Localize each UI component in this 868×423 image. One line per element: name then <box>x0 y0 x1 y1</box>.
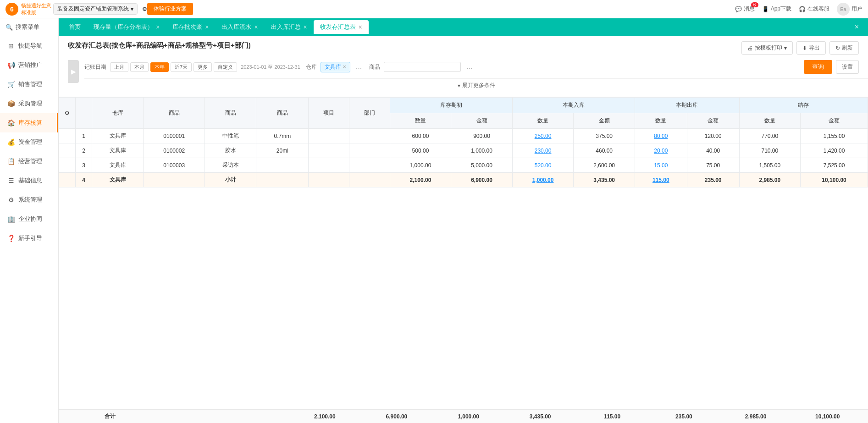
tab-close-receive-summary[interactable]: × <box>359 23 362 31</box>
refresh-icon: ↻ <box>835 45 840 51</box>
row-out-qty-link[interactable]: 80.00 <box>654 133 668 139</box>
row-out-qty-link[interactable]: 15.00 <box>654 162 668 169</box>
row-in-qty-cell: 230.00 <box>512 143 574 158</box>
footer-out-amt: 235.00 <box>648 413 720 420</box>
table-header-in-amt: 金额 <box>574 113 635 129</box>
date-btn-custom[interactable]: 自定义 <box>214 62 237 72</box>
export-button[interactable]: ⬇ 导出 <box>796 41 826 55</box>
date-filter-label: 记账日期 <box>84 63 106 71</box>
corp-icon: 🏢 <box>7 215 15 223</box>
warehouse-filter-label: 仓库 <box>306 63 317 71</box>
date-btn-7days[interactable]: 近7天 <box>171 62 192 72</box>
subtotal-num-cell: 4 <box>76 173 92 187</box>
row-out-qty-cell: 80.00 <box>635 129 687 143</box>
window-close-icon[interactable]: × <box>849 23 864 31</box>
home-icon: ⊞ <box>7 42 15 49</box>
row-in-qty-link[interactable]: 250.00 <box>535 133 552 139</box>
table-row: 1 文具库 0100001 中性笔 0.7mm 600.00 900.00 25… <box>59 129 868 143</box>
setting-button[interactable]: 设置 <box>836 60 859 74</box>
tab-receive-summary[interactable]: 收发存汇总表 × <box>314 20 369 34</box>
row-in-amt-cell: 375.00 <box>574 129 635 143</box>
sidebar-item-marketing[interactable]: 📢 营销推广 <box>0 55 58 75</box>
online-service-action[interactable]: 🎧 在线客服 <box>799 5 829 13</box>
table-header-settings[interactable]: ⚙ <box>59 98 76 129</box>
date-btn-this-year[interactable]: 本年 <box>150 62 169 72</box>
tab-batch[interactable]: 库存批次账 × <box>166 20 215 34</box>
basic-icon: ☰ <box>7 177 15 184</box>
headset-icon: 🎧 <box>799 6 806 12</box>
top-bar-actions: 💬 消息 6 📱 App下载 🎧 在线客服 Ea 用户 <box>735 3 862 16</box>
settings-icon[interactable]: ⚙ <box>142 6 147 12</box>
app-download-action[interactable]: 📱 App下载 <box>762 5 791 13</box>
sidebar-item-search[interactable]: 🔍 搜索菜单 <box>0 18 58 36</box>
row-out-qty-link[interactable]: 20.00 <box>654 148 668 154</box>
goods-more-icon[interactable]: ... <box>464 63 474 71</box>
sidebar-item-inventory[interactable]: 🏠 库存核算 <box>0 113 58 132</box>
tab-home[interactable]: 首页 <box>62 20 87 34</box>
warehouse-more-icon[interactable]: ... <box>354 63 364 71</box>
row-start-amt-cell: 1,000.00 <box>451 143 513 158</box>
sidebar-item-operations[interactable]: 📋 经营管理 <box>0 152 58 171</box>
warehouse-tag[interactable]: 文具库 × <box>321 62 350 72</box>
table-row: 2 文具库 0100002 胶水 20ml 500.00 1,000.00 23… <box>59 143 868 158</box>
tab-inout-flow[interactable]: 出入库流水 × <box>215 20 264 34</box>
refresh-button[interactable]: ↻ 刷新 <box>829 41 859 55</box>
goods-input[interactable] <box>384 62 461 72</box>
row-in-amt-cell: 460.00 <box>574 143 635 158</box>
content-area: 首页 现存量（库存分布表） × 库存批次账 × 出入库流水 × 出入库汇总 × <box>59 18 868 423</box>
data-table: ⚙ 仓库 商品 商品 商品 项目 部门 库存期初 本期入库 本期出库 <box>59 97 868 187</box>
tab-close-inventory-dist[interactable]: × <box>156 23 160 31</box>
sidebar-item-sales[interactable]: 🛒 销售管理 <box>0 75 58 94</box>
date-btn-this-month[interactable]: 本月 <box>130 62 149 72</box>
sidebar-item-system[interactable]: ⚙ 系统管理 <box>0 190 58 209</box>
sidebar-item-purchase[interactable]: 📦 采购管理 <box>0 94 58 113</box>
row-start-amt-cell: 900.00 <box>451 129 513 143</box>
table-header-department: 部门 <box>349 98 390 129</box>
expand-conditions-button[interactable]: ▾ 展开更多条件 <box>458 82 495 89</box>
row-num-cell: 2 <box>76 143 92 158</box>
row-settings-cell <box>59 143 76 158</box>
tab-inventory-dist[interactable]: 现存量（库存分布表） × <box>87 20 166 34</box>
system-selector[interactable]: 装备及固定资产辅助管理系统 ▾ <box>53 3 138 15</box>
chevron-down-icon: ▾ <box>458 82 460 89</box>
date-btn-last-month[interactable]: 上月 <box>110 62 128 72</box>
avatar: Ea <box>837 3 850 16</box>
table-header-warehouse: 仓库 <box>92 98 144 129</box>
row-in-qty-link[interactable]: 520.00 <box>535 162 552 169</box>
subtotal-in-qty-link[interactable]: 1,000.00 <box>532 177 554 183</box>
footer-start-amt: 6,900.00 <box>361 413 433 420</box>
tab-inout-summary[interactable]: 出入库汇总 × <box>265 20 314 34</box>
table-row: 3 文具库 0100003 采访本 1,000.00 5,000.00 520.… <box>59 158 868 173</box>
tab-close-inout-summary[interactable]: × <box>304 23 307 31</box>
message-action[interactable]: 💬 消息 6 <box>735 5 755 13</box>
sidebar-item-basic[interactable]: ☰ 基础信息 <box>0 171 58 190</box>
collapse-filter-button[interactable]: ▶ <box>68 60 79 83</box>
row-settings-cell <box>59 129 76 143</box>
trial-button[interactable]: 体验行业方案 <box>147 3 193 15</box>
query-button[interactable]: 查询 <box>804 60 832 74</box>
subtotal-project-cell <box>309 173 349 187</box>
tab-close-inout-flow[interactable]: × <box>254 23 258 31</box>
tab-close-batch[interactable]: × <box>205 23 209 31</box>
warehouse-tag-close[interactable]: × <box>343 64 346 70</box>
table-header-goods-name: 商品 <box>205 98 256 129</box>
sidebar-item-quick-nav[interactable]: ⊞ 快捷导航 <box>0 36 58 55</box>
subtotal-out-qty-link[interactable]: 115.00 <box>652 177 669 183</box>
row-start-qty-cell: 1,000.00 <box>390 158 451 173</box>
print-button[interactable]: 🖨 按模板打印 ▾ <box>741 41 793 55</box>
table-header-goods-spec: 商品 <box>256 98 309 129</box>
marketing-icon: 📢 <box>7 61 15 69</box>
sidebar-item-guide[interactable]: ❓ 新手引导 <box>0 229 58 248</box>
user-action[interactable]: Ea 用户 <box>837 3 862 16</box>
subtotal-out-qty-cell: 115.00 <box>635 173 687 187</box>
date-btn-more[interactable]: 更多 <box>194 62 212 72</box>
row-in-qty-link[interactable]: 230.00 <box>535 148 552 154</box>
row-start-qty-cell: 600.00 <box>390 129 451 143</box>
sidebar-item-corp[interactable]: 🏢 企业协同 <box>0 209 58 229</box>
row-spec-cell: 20ml <box>256 143 309 158</box>
sidebar: 🔍 搜索菜单 ⊞ 快捷导航 📢 营销推广 🛒 销售管理 📦 采购管理 🏠 <box>0 18 59 423</box>
sidebar-item-finance[interactable]: 💰 资金管理 <box>0 132 58 152</box>
table-header-out-qty: 数量 <box>635 113 687 129</box>
row-in-qty-cell: 520.00 <box>512 158 574 173</box>
row-project-cell <box>309 143 349 158</box>
